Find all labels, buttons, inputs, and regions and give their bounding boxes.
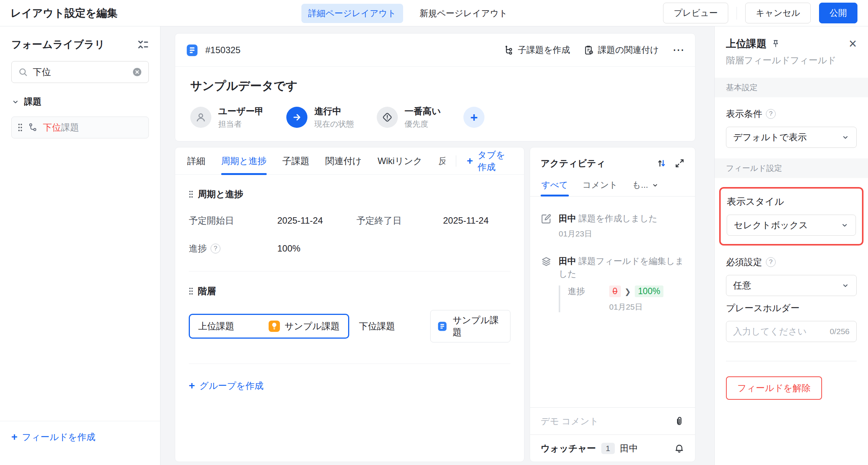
form-library-sidebar: フォームライブラリ 課題	[0, 26, 160, 465]
subissue-tree-icon	[503, 45, 514, 55]
sort-order-button[interactable]	[657, 158, 666, 168]
watcher-label: ウォッチャー	[541, 442, 596, 454]
clear-icon	[132, 67, 142, 77]
expand-panel-button[interactable]	[675, 158, 685, 168]
status-arrow-icon	[286, 107, 307, 128]
display-style-label: 表示スタイル	[727, 195, 856, 208]
tab-clipped[interactable]: 反	[438, 147, 445, 175]
create-field-link[interactable]: + フィールドを作成	[11, 431, 95, 443]
progress-value[interactable]: 100%	[277, 243, 356, 254]
bell-icon	[674, 443, 685, 454]
status-chip[interactable]: 進行中 現在の状態	[286, 105, 354, 129]
collapse-list-button[interactable]	[138, 40, 149, 49]
pin-icon[interactable]	[771, 39, 780, 49]
create-subissue-button[interactable]: 子課題を作成	[503, 44, 570, 56]
tab-wiki-links[interactable]: Wikiリンク	[377, 147, 422, 175]
ellipsis-icon: ⋯	[672, 48, 685, 52]
add-field-chip[interactable]: +	[463, 107, 484, 128]
clipboard-link-icon	[584, 45, 594, 55]
placeholder-input[interactable]	[733, 326, 826, 337]
required-setting-label: 必須設定 ?	[726, 256, 857, 268]
tab-cycle-progress[interactable]: 周期と進捗	[221, 147, 267, 175]
activity-tab-all[interactable]: すべて	[541, 175, 569, 196]
section-basic-settings: 基本設定	[715, 78, 868, 97]
sidebar-section-issues[interactable]: 課題	[11, 96, 149, 107]
parent-issue-label: 上位課題	[198, 320, 234, 332]
display-style-select[interactable]: セレクトボックス	[727, 215, 856, 236]
child-issue-value[interactable]: サンプル課題	[430, 310, 510, 342]
preview-button[interactable]: プレビュー	[663, 3, 728, 23]
activity-item-field-edit: 田中 課題フィールドを編集しました 進捗 0 ❯ 100% 01月25日	[541, 255, 685, 312]
chevron-down-icon	[841, 133, 850, 141]
old-value: 0	[609, 285, 621, 297]
drag-handle-icon[interactable]	[189, 287, 193, 295]
help-icon[interactable]: ?	[211, 244, 220, 253]
section-cycle-progress[interactable]: 周期と進捗	[189, 188, 510, 200]
placeholder-label: プレースホルダー	[726, 302, 857, 314]
top-bar: レイアウト設定を編集 詳細ページレイアウト 新規ページレイアウト プレビュー キ…	[0, 0, 868, 26]
activity-tabs: すべて コメント も...	[530, 175, 695, 196]
watch-toggle-button[interactable]	[674, 443, 685, 454]
drag-handle-icon[interactable]	[189, 190, 193, 198]
issue-header-card: #150325 子課題を作成 課題の関連付け	[175, 33, 695, 141]
collapse-list-icon	[138, 40, 149, 49]
assignee-chip[interactable]: ユーザー甲 担当者	[190, 105, 264, 129]
activity-tab-comments[interactable]: コメント	[582, 175, 619, 196]
layers-icon	[541, 256, 552, 312]
watcher-count-badge: 1	[601, 443, 615, 454]
tab-relations[interactable]: 関連付け	[326, 147, 362, 175]
cancel-button[interactable]: キャンセル	[745, 3, 811, 23]
section-hierarchy[interactable]: 階層	[189, 285, 510, 297]
divider	[737, 7, 737, 20]
field-item-child-issue[interactable]: 下位課題	[11, 117, 149, 138]
help-icon[interactable]: ?	[766, 109, 776, 119]
library-search[interactable]	[11, 61, 149, 83]
placeholder-input-wrap: 0/256	[726, 321, 857, 342]
divider	[189, 271, 510, 272]
issue-id: #150325	[205, 45, 240, 55]
new-value: 100%	[635, 285, 664, 297]
tab-detail-page-layout[interactable]: 詳細ページレイアウト	[301, 4, 403, 23]
divider	[189, 364, 510, 364]
edit-icon	[541, 213, 552, 239]
priority-chip[interactable]: 一番高い 優先度	[377, 105, 441, 129]
activity-list: 田中 課題を作成しました 01月23日 田中 課題フィールドを編集しました	[530, 196, 695, 407]
watcher-names: 田中	[620, 442, 638, 454]
create-tab-button[interactable]: + タブを作成	[467, 149, 512, 173]
relate-issue-button[interactable]: 課題の関連付け	[584, 44, 659, 56]
child-issue-label: 下位課題	[359, 320, 431, 332]
field-item-label: 下位課題	[43, 121, 79, 134]
remove-field-button[interactable]: フィールドを解除	[726, 376, 822, 400]
display-condition-label: 表示条件 ?	[726, 108, 857, 120]
inspector-title: 上位課題	[726, 37, 767, 51]
tab-subissues[interactable]: 子課題	[283, 147, 310, 175]
close-inspector-button[interactable]: ×	[849, 37, 857, 51]
start-date-value[interactable]: 2025-11-24	[277, 215, 356, 226]
parent-issue-value[interactable]: サンプル課題	[269, 320, 339, 332]
attach-file-button[interactable]	[674, 416, 685, 427]
display-style-highlight: 表示スタイル セレクトボックス	[719, 187, 863, 246]
avatar	[190, 107, 211, 128]
tab-detail[interactable]: 詳細	[187, 147, 205, 175]
publish-button[interactable]: 公開	[819, 3, 857, 23]
more-actions-button[interactable]: ⋯	[672, 48, 685, 52]
display-condition-select[interactable]: デフォルトで表示	[726, 127, 857, 148]
create-group-button[interactable]: + グループを作成	[189, 380, 264, 392]
help-icon[interactable]: ?	[766, 257, 776, 267]
chevron-right-icon: ❯	[625, 287, 631, 296]
clear-search-button[interactable]	[132, 67, 142, 77]
issue-doc-icon	[185, 43, 199, 57]
required-setting-select[interactable]: 任意	[726, 275, 857, 296]
chevron-down-icon	[841, 281, 850, 290]
parent-issue-field-selected[interactable]: 上位課題 サンプル課題	[189, 314, 349, 339]
activity-item-created: 田中 課題を作成しました 01月23日	[541, 212, 685, 239]
tab-new-page-layout[interactable]: 新規ページレイアウト	[413, 4, 515, 23]
paperclip-icon	[674, 416, 685, 427]
end-date-value[interactable]: 2025-11-24	[443, 215, 510, 226]
drag-handle-icon[interactable]	[18, 123, 23, 132]
search-input[interactable]	[33, 67, 127, 77]
issue-title: サンプルデータです	[175, 67, 695, 94]
comment-input[interactable]	[541, 416, 669, 427]
activity-tab-more[interactable]: も...	[631, 175, 660, 196]
sidebar-title: フォームライブラリ	[11, 38, 105, 51]
